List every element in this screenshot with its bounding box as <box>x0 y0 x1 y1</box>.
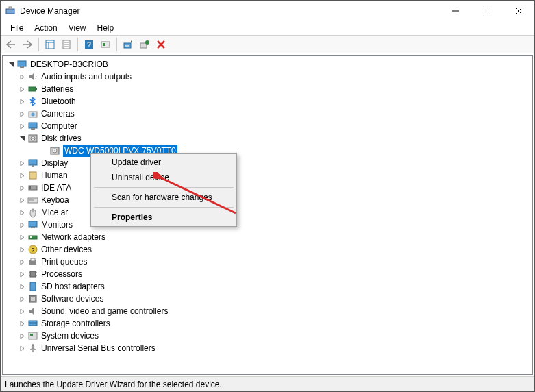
ide-icon <box>27 182 38 193</box>
svg-rect-25 <box>29 87 36 91</box>
tree-category[interactable]: Sound, video and game controllers <box>5 305 532 317</box>
svg-text:?: ? <box>31 247 34 254</box>
tree-category[interactable]: ?Other devices <box>5 243 532 256</box>
svg-rect-6 <box>46 40 54 49</box>
expand-icon[interactable] <box>18 134 26 143</box>
cpu-icon <box>27 269 38 280</box>
tree-category[interactable]: Disk drives <box>5 132 532 145</box>
svg-rect-16 <box>103 43 105 46</box>
tree-category[interactable]: IDE ATA <box>5 182 532 194</box>
system-icon <box>27 330 38 341</box>
expand-icon[interactable] <box>18 319 26 328</box>
sound-icon <box>27 306 38 317</box>
context-menu-item[interactable]: Update driver <box>92 155 235 170</box>
tree-label: Processors <box>41 268 82 280</box>
device-tree-pane[interactable]: DESKTOP-B3CRIOBAudio inputs and outputsB… <box>2 55 533 375</box>
tree-category[interactable]: Cameras <box>5 108 532 120</box>
tree-label: Batteries <box>41 83 73 95</box>
expand-icon[interactable] <box>18 307 26 315</box>
expand-icon[interactable] <box>18 97 26 106</box>
expand-icon[interactable] <box>18 245 26 254</box>
tree-category[interactable]: Keyboa <box>5 194 532 206</box>
tree-category[interactable]: Monitors <box>5 219 532 231</box>
expand-icon[interactable] <box>18 295 26 303</box>
context-menu-item[interactable]: Uninstall device <box>92 170 235 185</box>
expand-icon[interactable] <box>18 258 26 266</box>
tree-label: Other devices <box>41 243 92 256</box>
tree-category[interactable]: System devices <box>5 330 532 342</box>
svg-point-20 <box>145 40 149 45</box>
svg-rect-52 <box>30 236 32 238</box>
tree-category[interactable]: Audio inputs and outputs <box>5 71 532 83</box>
titlebar: Device Manager <box>1 1 534 21</box>
tree-label: Print queues <box>41 256 87 268</box>
svg-rect-1 <box>9 7 12 9</box>
close-button[interactable] <box>503 1 534 21</box>
scan-hardware-button[interactable] <box>98 37 113 52</box>
svg-rect-24 <box>20 66 24 68</box>
maximize-button[interactable] <box>471 1 503 21</box>
tree-label: IDE ATA <box>41 182 71 194</box>
svg-rect-39 <box>29 172 36 179</box>
network-icon <box>27 232 38 243</box>
expand-icon[interactable] <box>18 332 26 340</box>
tree-label: Monitors <box>41 219 73 231</box>
minimize-button[interactable] <box>440 1 471 21</box>
expand-icon[interactable] <box>18 110 26 118</box>
tree-category[interactable]: Universal Serial Bus controllers <box>5 342 532 354</box>
expand-icon[interactable] <box>18 73 26 81</box>
expand-icon[interactable] <box>18 208 26 217</box>
svg-rect-30 <box>31 128 35 130</box>
expand-icon[interactable] <box>18 282 26 291</box>
expand-icon[interactable] <box>18 122 26 130</box>
tree-category[interactable]: Network adapters <box>5 231 532 243</box>
expand-icon[interactable] <box>18 270 26 278</box>
tree-category[interactable]: Batteries <box>5 83 532 95</box>
tree-category[interactable]: Human <box>5 169 532 182</box>
expand-icon[interactable] <box>18 85 26 93</box>
svg-rect-64 <box>29 321 37 323</box>
tree-category[interactable]: SD host adapters <box>5 280 532 293</box>
tree-category[interactable]: Software devices <box>5 293 532 305</box>
tree-label: Software devices <box>41 293 103 305</box>
camera-icon <box>27 108 38 119</box>
expand-icon[interactable] <box>18 221 26 229</box>
disable-device-button[interactable] <box>153 37 169 52</box>
expand-icon[interactable] <box>18 233 26 241</box>
tree-root[interactable]: DESKTOP-B3CRIOB <box>5 58 532 71</box>
properties-button[interactable] <box>59 37 74 52</box>
expand-icon[interactable] <box>7 60 15 69</box>
tree-label: Storage controllers <box>41 317 110 330</box>
menu-action[interactable]: Action <box>29 22 62 34</box>
tree-category[interactable]: Print queues <box>5 256 532 268</box>
expand-icon[interactable] <box>18 184 26 192</box>
usb-icon <box>27 343 38 354</box>
tree-category[interactable]: Computer <box>5 120 532 132</box>
context-menu-item[interactable]: Properties <box>92 210 235 225</box>
tree-label: Bluetooth <box>41 95 76 108</box>
tree-label: Cameras <box>41 108 75 120</box>
tree-item-selected[interactable]: WDC WD5000LPVX-75V0TT0 <box>5 145 532 157</box>
menu-help[interactable]: Help <box>92 22 120 34</box>
back-button[interactable] <box>3 37 18 52</box>
show-hide-console-button[interactable] <box>42 37 58 52</box>
expand-icon[interactable] <box>18 344 26 352</box>
expand-icon[interactable] <box>18 196 26 204</box>
tree-category[interactable]: Display <box>5 157 532 169</box>
expand-icon[interactable] <box>18 159 26 167</box>
tree-category[interactable]: Mice ar <box>5 206 532 219</box>
menu-view[interactable]: View <box>63 22 92 34</box>
menu-file[interactable]: File <box>5 22 29 34</box>
context-menu-item[interactable]: Scan for hardware changes <box>92 190 235 205</box>
tree-label: Sound, video and game controllers <box>41 305 168 317</box>
expand-icon[interactable] <box>18 171 26 180</box>
device-tree: DESKTOP-B3CRIOBAudio inputs and outputsB… <box>5 58 532 354</box>
tree-category[interactable]: Storage controllers <box>5 317 532 330</box>
forward-button[interactable] <box>20 37 35 52</box>
update-driver-button[interactable] <box>121 37 136 52</box>
tree-category[interactable]: Bluetooth <box>5 95 532 108</box>
tree-category[interactable]: Processors <box>5 268 532 280</box>
help-button[interactable]: ? <box>82 37 97 52</box>
svg-rect-65 <box>29 323 37 326</box>
uninstall-device-button[interactable] <box>137 37 152 52</box>
